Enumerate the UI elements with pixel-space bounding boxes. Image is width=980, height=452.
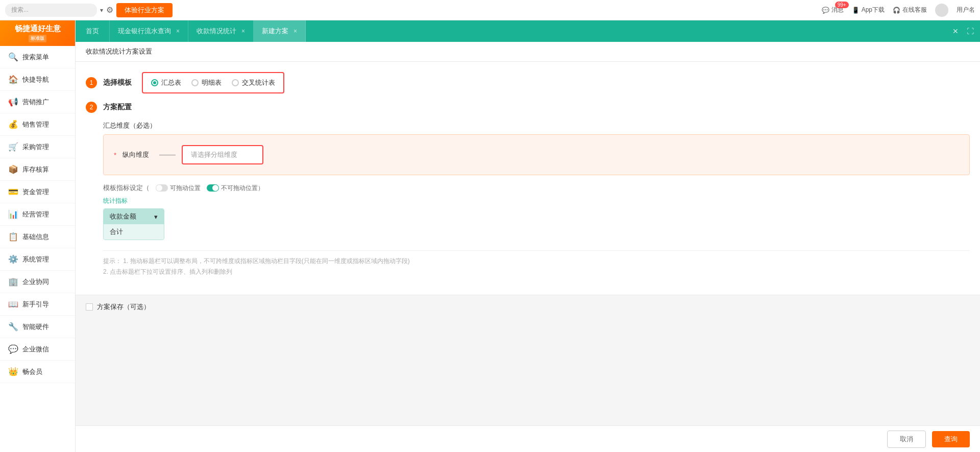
non-draggable-toggle-icon <box>207 184 219 192</box>
sidebar-item-enterprise[interactable]: 🏢 企业协同 <box>0 271 75 293</box>
stats-card: 收款金额 ▾ 合计 <box>103 208 164 240</box>
sidebar-item-member[interactable]: 👑 畅会员 <box>0 361 75 383</box>
draggable-toggle-icon <box>156 184 168 192</box>
config-section: 2 方案配置 汇总维度（必选） * 纵向维度 —— 请选择分组 <box>86 102 970 284</box>
logo-area: 畅捷通好生意 标准版 <box>0 20 75 46</box>
service-icon: 🎧 <box>893 7 900 14</box>
sidebar-label-hardware: 智能硬件 <box>22 322 49 331</box>
sidebar-label-search: 搜索菜单 <box>22 53 49 62</box>
sidebar-item-marketing[interactable]: 📢 营销推广 <box>0 91 75 113</box>
indicators-section: 模板指标设定（ 可拖动位置 不可拖动位置） <box>103 183 970 240</box>
save-option-row: 方案保存（可选） <box>76 295 980 319</box>
online-service[interactable]: 🎧 在线客服 <box>893 6 927 14</box>
stats-card-header[interactable]: 收款金额 ▾ <box>104 209 164 224</box>
sidebar-label-guide: 新手引导 <box>22 300 49 309</box>
tab-new-plan[interactable]: 新建方案 × <box>254 20 306 42</box>
avatar[interactable] <box>935 4 948 17</box>
sidebar-label-inventory: 库存核算 <box>22 165 49 174</box>
radio-summary[interactable]: 汇总表 <box>151 78 181 87</box>
dimension-container: 汇总维度（必选） * 纵向维度 —— 请选择分组维度 <box>86 121 970 284</box>
logo-version: 标准版 <box>29 35 46 42</box>
wechat-icon: 💬 <box>8 344 18 354</box>
sidebar-item-guide[interactable]: 📖 新手引导 <box>0 293 75 316</box>
sidebar-label-finance: 资金管理 <box>22 187 49 197</box>
tab-new-plan-label: 新建方案 <box>262 27 288 36</box>
tab-bank-flow-close[interactable]: × <box>176 28 180 35</box>
indicators-header: 模板指标设定（ 可拖动位置 不可拖动位置） <box>103 183 970 193</box>
notification-bell[interactable]: 💬 消息 99+ <box>822 6 844 14</box>
tip1: 提示： 1. 拖动标题栏可以调整布局，不可跨维度或指标区域拖动栏目字段(只能在同… <box>103 257 970 266</box>
radio-summary-dot <box>151 79 158 86</box>
radio-summary-label: 汇总表 <box>161 78 181 87</box>
download-label: App下载 <box>862 6 885 14</box>
operations-icon: 📊 <box>8 209 18 219</box>
sidebar-item-wechat[interactable]: 💬 企业微信 <box>0 338 75 361</box>
download-icon: 📱 <box>852 7 860 14</box>
app-download[interactable]: 📱 App下载 <box>852 6 885 14</box>
sidebar-item-search[interactable]: 🔍 搜索菜单 <box>0 46 75 68</box>
tab-home-label: 首页 <box>86 27 99 36</box>
sidebar-item-hardware[interactable]: 🔧 智能硬件 <box>0 316 75 338</box>
tab-new-plan-close[interactable]: × <box>293 28 297 35</box>
basic-info-icon: 📋 <box>8 232 18 242</box>
dim-label: 纵向维度 <box>122 150 153 159</box>
draggable-label: 可拖动位置 <box>170 184 201 193</box>
step2-label: 方案配置 <box>103 103 132 112</box>
dim-arrow-icon: —— <box>159 150 176 159</box>
step1-label: 选择模板 <box>103 78 132 87</box>
sidebar-label-marketing: 营销推广 <box>22 98 49 107</box>
tab-receipts-stats-close[interactable]: × <box>241 28 245 35</box>
sidebar-item-basic-info[interactable]: 📋 基础信息 <box>0 226 75 248</box>
dropdown-arrow[interactable]: ▾ <box>100 7 103 14</box>
industry-button[interactable]: 体验行业方案 <box>116 3 173 17</box>
sidebar-item-sales[interactable]: 💰 销售管理 <box>0 113 75 136</box>
content-area: 首页 现金银行流水查询 × 收款情况统计 × 新建方案 × ✕ ⛶ <box>76 20 980 452</box>
inventory-icon: 📦 <box>8 164 18 174</box>
cancel-button[interactable]: 取消 <box>887 431 926 448</box>
radio-detail[interactable]: 明细表 <box>191 78 222 87</box>
query-button[interactable]: 查询 <box>932 431 970 447</box>
tip2: 2. 点击标题栏下拉可设置排序、插入列和删除列 <box>103 268 970 276</box>
home-icon: 🏠 <box>8 75 18 84</box>
save-checkbox[interactable] <box>86 303 93 311</box>
sidebar-item-home[interactable]: 🏠 快捷导航 <box>0 68 75 91</box>
sidebar-label-purchase: 采购管理 <box>22 142 49 152</box>
stats-card-title: 收款金额 <box>110 212 136 221</box>
sidebar-label-member: 畅会员 <box>22 367 42 376</box>
search-text: 搜索... <box>11 6 29 14</box>
close-window-icon[interactable]: ✕ <box>950 25 961 37</box>
notification-badge: 99+ <box>835 2 849 8</box>
sidebar-label-enterprise: 企业协同 <box>22 277 49 287</box>
finance-icon: 💳 <box>8 187 18 197</box>
settings-icon[interactable]: ⚙ <box>106 5 113 15</box>
radio-crosstab[interactable]: 交叉统计表 <box>232 78 275 87</box>
dimension-area: * 纵向维度 —— 请选择分组维度 <box>103 134 970 175</box>
sidebar-item-inventory[interactable]: 📦 库存核算 <box>0 158 75 181</box>
indicators-title: 模板指标设定（ <box>103 183 150 193</box>
footer-bar: 取消 查询 <box>76 425 980 452</box>
stats-card-body: 合计 <box>104 224 164 240</box>
tab-home[interactable]: 首页 <box>76 20 110 42</box>
search-box[interactable]: 搜索... <box>5 4 97 17</box>
maximize-window-icon[interactable]: ⛶ <box>965 25 976 37</box>
dimension-placeholder: 请选择分组维度 <box>191 150 237 159</box>
sidebar-item-finance[interactable]: 💳 资金管理 <box>0 181 75 203</box>
stats-card-dropdown-icon: ▾ <box>154 213 158 221</box>
sidebar-item-purchase[interactable]: 🛒 采购管理 <box>0 136 75 158</box>
tab-bar-actions: ✕ ⛶ <box>950 25 980 37</box>
tab-bank-flow[interactable]: 现金银行流水查询 × <box>110 20 188 42</box>
radio-detail-dot <box>191 79 199 86</box>
tab-receipts-stats[interactable]: 收款情况统计 × <box>188 20 254 42</box>
dimension-header: 汇总维度（必选） <box>103 121 970 130</box>
tab-receipts-stats-label: 收款情况统计 <box>197 27 236 36</box>
dimension-select[interactable]: 请选择分组维度 <box>182 145 263 164</box>
sidebar-item-system[interactable]: ⚙️ 系统管理 <box>0 248 75 271</box>
tab-bar: 首页 现金银行流水查询 × 收款情况统计 × 新建方案 × ✕ ⛶ <box>76 20 980 42</box>
sidebar-label-home: 快捷导航 <box>22 75 49 84</box>
top-bar-left: 搜索... ▾ ⚙ 体验行业方案 <box>5 3 818 17</box>
username: 用户名 <box>957 6 975 14</box>
save-label: 方案保存（可选） <box>97 302 150 312</box>
template-selection: 汇总表 明细表 交叉统计表 <box>142 72 284 93</box>
sidebar-item-operations[interactable]: 📊 经营管理 <box>0 203 75 226</box>
stats-section: 统计指标 收款金额 ▾ 合计 <box>103 197 970 240</box>
